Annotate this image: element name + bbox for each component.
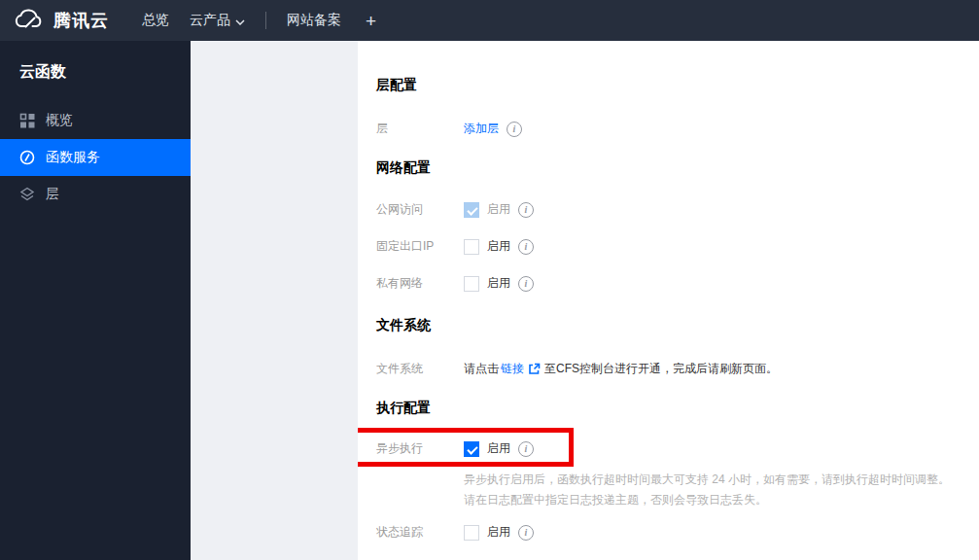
sidebar-item-layers[interactable]: 层: [0, 176, 191, 213]
nav-cloud-products[interactable]: 云产品: [190, 12, 245, 29]
fixed-egress-ip-checkbox[interactable]: [464, 239, 479, 255]
chevron-down-icon: [235, 13, 245, 28]
field-label: 私有网络: [376, 275, 464, 292]
nav-divider: [265, 12, 266, 29]
info-icon[interactable]: i: [518, 525, 534, 541]
add-tab-button[interactable]: +: [362, 12, 380, 30]
hint-line-2: 请在日志配置中指定日志投递主题，否则会导致日志丢失。: [464, 490, 979, 510]
enable-label: 启用: [487, 275, 510, 292]
field-label: 状态追踪: [376, 524, 464, 541]
section-heading-file-system: 文件系统: [376, 317, 979, 332]
fs-text-after: 至CFS控制台进行开通，完成后请刷新页面。: [544, 361, 778, 377]
public-network-checkbox[interactable]: [464, 202, 479, 218]
sidebar-item-function-service[interactable]: 函数服务: [0, 139, 191, 176]
field-label: 公网访问: [376, 201, 464, 218]
grid-icon: [19, 113, 35, 128]
field-label: 异步执行: [376, 440, 464, 457]
section-heading-execution-config: 执行配置: [376, 400, 979, 415]
top-navigation: 总览 云产品 网站备案 +: [142, 12, 380, 30]
cfs-console-link[interactable]: 链接: [501, 361, 524, 377]
sidebar-item-overview[interactable]: 概览: [0, 102, 191, 139]
section-heading-network-config: 网络配置: [376, 159, 979, 175]
external-link-icon: [528, 363, 541, 375]
form-row-private-network: 私有网络 启用 i: [376, 275, 979, 292]
info-icon[interactable]: i: [518, 202, 534, 218]
info-icon[interactable]: i: [518, 239, 534, 255]
field-label: 固定出口IP: [376, 238, 464, 255]
topbar: 腾讯云 总览 云产品 网站备案 +: [0, 0, 979, 41]
sidebar-title: 云函数: [0, 41, 191, 83]
form-row-async-execution: 异步执行 启用 i: [376, 440, 979, 457]
add-layer-link[interactable]: 添加层: [464, 121, 499, 137]
info-icon[interactable]: i: [518, 276, 534, 292]
tencent-cloud-logo[interactable]: 腾讯云: [14, 9, 109, 32]
info-icon[interactable]: i: [518, 441, 534, 457]
async-execution-hint: 异步执行启用后，函数执行超时时间最大可支持 24 小时，如有需要，请到执行超时时…: [464, 470, 979, 510]
form-row-status-tracking: 状态追踪 启用 i: [376, 524, 979, 541]
sidebar-item-label: 层: [46, 186, 59, 203]
nav-icp-filing[interactable]: 网站备案: [287, 12, 341, 29]
enable-label: 启用: [487, 201, 510, 218]
scf-icon: [19, 150, 35, 165]
form-row-layer: 层 添加层 i: [376, 121, 979, 137]
settings-form: 层配置 层 添加层 i 网络配置 公网访问 启用 i 固定出口IP 启用 i 私…: [358, 41, 979, 560]
enable-label: 启用: [487, 238, 510, 255]
field-label: 层: [376, 121, 464, 137]
layers-icon: [19, 187, 35, 202]
brand-name: 腾讯云: [53, 9, 109, 32]
secondary-panel: [191, 41, 358, 560]
fs-text-before: 请点击: [464, 361, 499, 377]
form-row-public-network-access: 公网访问 启用 i: [376, 201, 979, 218]
status-tracking-checkbox[interactable]: [464, 525, 479, 541]
info-icon[interactable]: i: [507, 122, 522, 137]
field-label: 文件系统: [376, 361, 464, 377]
sidebar-item-label: 概览: [46, 112, 73, 129]
form-row-fixed-egress-ip: 固定出口IP 启用 i: [376, 238, 979, 255]
async-execution-checkbox[interactable]: [464, 441, 479, 457]
section-heading-layer-config: 层配置: [376, 77, 979, 92]
enable-label: 启用: [487, 524, 510, 541]
enable-label: 启用: [487, 440, 510, 457]
sidebar-item-label: 函数服务: [46, 149, 100, 166]
form-row-file-system: 文件系统 请点击链接至CFS控制台进行开通，完成后请刷新页面。: [376, 361, 979, 377]
sidebar: 云函数 概览 函数服务: [0, 41, 191, 560]
private-network-checkbox[interactable]: [464, 276, 479, 292]
hint-line-1: 异步执行启用后，函数执行超时时间最大可支持 24 小时，如有需要，请到执行超时时…: [464, 470, 979, 490]
cloud-logo-icon: [14, 9, 45, 32]
nav-overview[interactable]: 总览: [142, 12, 169, 29]
